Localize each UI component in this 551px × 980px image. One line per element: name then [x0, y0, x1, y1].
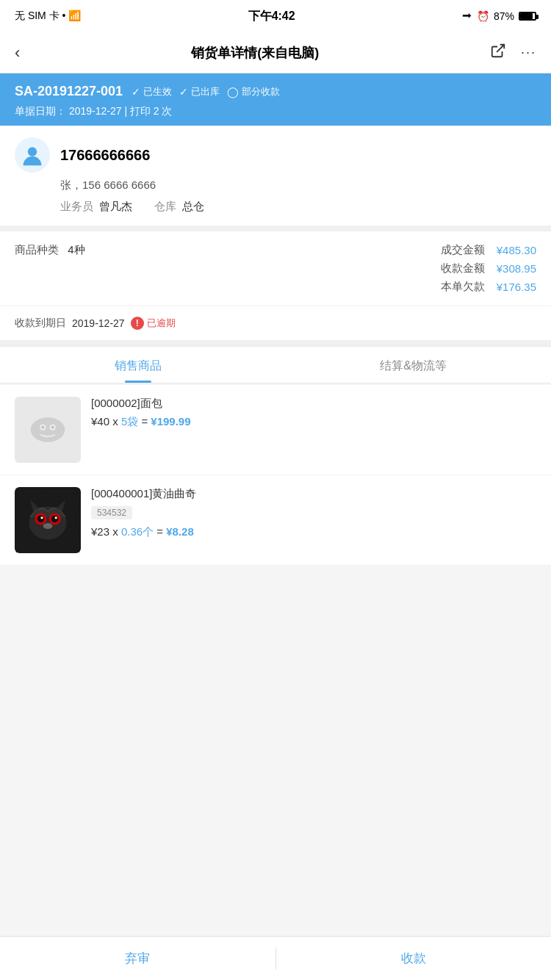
status-bar: 无 SIM 卡 • 📶 下午4:42 ⮕ ⏰ 87% [0, 0, 551, 32]
amount-row: 成交金额 ¥485.30 [441, 243, 536, 257]
page-title: 销货单详情(来自电脑) [191, 44, 319, 62]
share-icon[interactable] [490, 43, 506, 62]
product-name-2: [000400001]黄油曲奇 [91, 487, 536, 501]
section-divider-1 [0, 226, 551, 231]
status-left: 无 SIM 卡 • 📶 [15, 10, 81, 23]
product-thumb-2 [15, 487, 81, 553]
svg-point-6 [51, 426, 54, 429]
svg-point-15 [43, 523, 53, 529]
more-icon[interactable]: ··· [521, 45, 536, 60]
nav-bar: ‹ 销货单详情(来自电脑) ··· [0, 32, 551, 73]
customer-avatar [15, 137, 50, 173]
overdue-badge: ! 已逾期 [131, 317, 176, 330]
status-right: ⮕ ⏰ 87% [462, 10, 536, 22]
check-icon: ✓ [132, 86, 140, 98]
svg-point-12 [51, 516, 59, 523]
svg-point-1 [28, 147, 37, 156]
order-id: SA-20191227-001 [15, 84, 123, 99]
debt-row: 本单欠款 ¥176.35 [441, 280, 536, 294]
svg-point-11 [37, 516, 45, 523]
status-time: 下午4:42 [248, 9, 295, 24]
product-info-1: [0000002]面包 ¥40 x 5袋 = ¥199.99 [91, 397, 536, 429]
order-date: 单据日期： 2019-12-27 | 打印 2 次 [15, 105, 536, 118]
order-badges: ✓ 已生效 ✓ 已出库 ◯ 部分收款 [132, 85, 280, 98]
battery-icon [519, 12, 536, 21]
battery-text: 87% [494, 10, 514, 22]
stats-section: 商品种类 4种 成交金额 ¥485.30 收款金额 ¥308.95 本单欠款 ¥… [0, 231, 551, 306]
salesman-info: 业务员 曾凡杰 [60, 200, 132, 214]
order-header-banner: SA-20191227-001 ✓ 已生效 ✓ 已出库 ◯ 部分收款 单据日期：… [0, 73, 551, 126]
overdue-warning-icon: ! [131, 317, 144, 330]
amount-stats: 成交金额 ¥485.30 收款金额 ¥308.95 本单欠款 ¥176.35 [441, 243, 536, 294]
product-price-2: ¥23 x 0.36个 = ¥8.28 [91, 525, 536, 539]
clock-icon: ◯ [227, 86, 239, 98]
received-row: 收款金额 ¥308.95 [441, 262, 536, 275]
tab-sales-products[interactable]: 销售商品 [0, 347, 276, 383]
product-item-2: [000400001]黄油曲奇 534532 ¥23 x 0.36个 = ¥8.… [0, 475, 551, 566]
section-divider-2 [0, 340, 551, 346]
product-item-1: [0000002]面包 ¥40 x 5袋 = ¥199.99 [0, 385, 551, 475]
svg-point-13 [40, 516, 43, 519]
svg-line-0 [497, 45, 504, 52]
product-list: [0000002]面包 ¥40 x 5袋 = ¥199.99 [0, 385, 551, 566]
cancel-review-button[interactable]: 弃审 [0, 938, 276, 979]
back-button[interactable]: ‹ [15, 43, 20, 62]
svg-point-14 [55, 516, 57, 519]
bottom-bar: 弃审 收款 [0, 936, 551, 980]
alarm-icon: ⏰ [477, 10, 489, 22]
check-icon-2: ✓ [179, 86, 188, 98]
badge-shipped: ✓ 已出库 [179, 85, 220, 98]
tab-settlement[interactable]: 结算&物流等 [276, 347, 551, 383]
badge-effective: ✓ 已生效 [132, 85, 172, 98]
product-name-1: [0000002]面包 [91, 397, 536, 411]
product-sku-2: 534532 [91, 506, 132, 519]
customer-phone: 17666666666 [60, 147, 150, 164]
svg-point-2 [31, 417, 65, 442]
customer-detail: 张，156 6666 6666 [60, 179, 536, 192]
due-date-section: 收款到期日 2019-12-27 ! 已逾期 [0, 306, 551, 340]
product-price-1: ¥40 x 5袋 = ¥199.99 [91, 415, 536, 429]
category-stats: 商品种类 4种 [15, 243, 85, 257]
customer-section: 17666666666 张，156 6666 6666 业务员 曾凡杰 仓库 总… [0, 126, 551, 226]
collect-payment-button[interactable]: 收款 [276, 938, 552, 979]
warehouse-info: 仓库 总仓 [154, 200, 204, 214]
badge-partial-payment: ◯ 部分收款 [227, 85, 280, 98]
product-info-2: [000400001]黄油曲奇 534532 ¥23 x 0.36个 = ¥8.… [91, 487, 536, 539]
product-thumb-1 [15, 397, 81, 463]
location-icon: ⮕ [462, 10, 472, 22]
tabs-section: 销售商品 结算&物流等 [0, 346, 551, 383]
customer-meta: 业务员 曾凡杰 仓库 总仓 [60, 200, 536, 214]
nav-actions: ··· [490, 43, 536, 62]
svg-point-5 [41, 426, 44, 429]
